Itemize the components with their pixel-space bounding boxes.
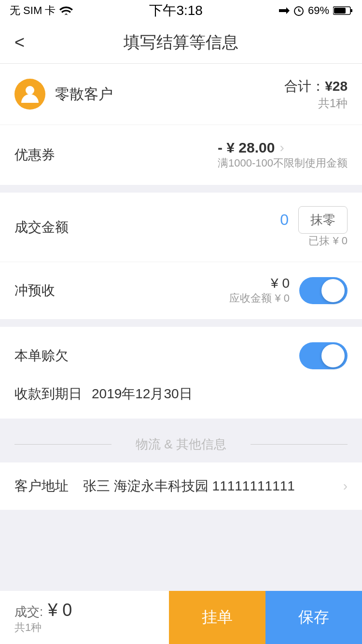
logistics-label: 物流 & 其他信息 [136, 436, 226, 453]
bottom-deal-label: 成交: [14, 603, 43, 620]
offset-sub: 应收金额 ¥ 0 [229, 291, 290, 306]
offset-row: 冲预收 ¥ 0 应收金额 ¥ 0 [0, 262, 362, 319]
chevron-right-icon: › [279, 140, 284, 155]
debt-row: 本单赊欠 [0, 327, 362, 385]
page-title: 填写结算等信息 [124, 31, 238, 54]
divider-line-right [251, 444, 348, 445]
transaction-sub: 已抹 ¥ 0 [280, 234, 348, 248]
total-label: 合计： [284, 79, 325, 94]
svg-rect-5 [350, 9, 352, 12]
svg-marker-0 [279, 7, 290, 14]
total-amount: ¥28 [325, 79, 348, 94]
offset-right: ¥ 0 应收金额 ¥ 0 [229, 276, 348, 306]
pending-button[interactable]: 挂单 [169, 591, 265, 644]
debt-label: 本单赊欠 [14, 347, 69, 365]
content-area: 零散客户 合计：¥28 共1种 优惠券 - ¥ 28.00 › 满1000-10… [0, 64, 362, 580]
total-display: 合计：¥28 [284, 77, 348, 96]
transaction-label: 成交金额 [14, 218, 69, 237]
transaction-row: 成交金额 0 抹零 已抹 ¥ 0 [0, 193, 362, 262]
transaction-value-area: 0 抹零 已抹 ¥ 0 [280, 206, 348, 248]
location-icon [279, 5, 290, 16]
due-date-row: 收款到期日 2019年12月30日 [0, 385, 362, 419]
status-bar-right: 69% [279, 4, 352, 17]
round-zero-button[interactable]: 抹零 [298, 206, 348, 234]
debt-toggle[interactable] [299, 342, 348, 369]
address-value: 张三 海淀永丰科技园 11111111111 [83, 477, 343, 495]
coupon-row[interactable]: 优惠券 - ¥ 28.00 › 满1000-100不限制使用金额 [0, 125, 362, 185]
save-button[interactable]: 保存 [265, 591, 362, 644]
customer-row: 零散客户 合计：¥28 共1种 [0, 64, 362, 125]
coupon-amount: - ¥ 28.00 [218, 140, 275, 156]
address-label: 客户地址 [14, 477, 69, 495]
logistics-divider: 物流 & 其他信息 [0, 426, 362, 462]
nav-bar: < 填写结算等信息 [0, 21, 362, 64]
address-chevron-icon: › [343, 478, 348, 494]
customer-section: 零散客户 合计：¥28 共1种 优惠券 - ¥ 28.00 › 满1000-10… [0, 64, 362, 185]
bottom-info: 成交: ¥ 0 共1种 [0, 600, 169, 635]
back-button[interactable]: < [14, 32, 25, 53]
alarm-icon [293, 5, 304, 16]
transaction-right: 0 抹零 [280, 206, 348, 234]
debt-section: 本单赊欠 收款到期日 2019年12月30日 [0, 327, 362, 419]
address-row[interactable]: 客户地址 张三 海淀永丰科技园 11111111111 › [0, 462, 362, 510]
transaction-section: 成交金额 0 抹零 已抹 ¥ 0 冲预收 ¥ 0 应收金额 ¥ 0 [0, 193, 362, 319]
bottom-bar: 成交: ¥ 0 共1种 挂单 保存 [0, 591, 362, 644]
address-section: 客户地址 张三 海淀永丰科技园 11111111111 › [0, 462, 362, 510]
offset-value-col: ¥ 0 应收金额 ¥ 0 [229, 276, 290, 306]
coupon-desc: 满1000-100不限制使用金额 [218, 156, 348, 170]
battery-percent: 69% [308, 4, 329, 17]
offset-label: 冲预收 [14, 281, 55, 300]
offset-value: ¥ 0 [229, 276, 290, 291]
customer-right: 合计：¥28 共1种 [284, 77, 348, 111]
divider-line-left [14, 444, 111, 445]
wifi-icon [59, 5, 73, 16]
status-bar-time: 下午3:18 [149, 1, 203, 20]
sim-status: 无 SIM 卡 [10, 3, 56, 18]
svg-rect-6 [334, 8, 346, 14]
offset-toggle[interactable] [299, 277, 348, 304]
customer-left: 零散客户 [14, 79, 113, 110]
svg-point-7 [26, 86, 34, 95]
due-date-value: 2019年12月30日 [92, 385, 193, 403]
bottom-amount: ¥ 0 [48, 600, 72, 620]
status-bar: 无 SIM 卡 下午3:18 69% [0, 0, 362, 21]
customer-name: 零散客户 [55, 84, 113, 104]
debt-toggle-knob [321, 344, 345, 367]
coupon-info: - ¥ 28.00 › 满1000-100不限制使用金额 [218, 140, 348, 170]
person-icon [19, 84, 41, 105]
due-date-label: 收款到期日 [14, 385, 82, 403]
status-bar-left: 无 SIM 卡 [10, 3, 73, 18]
bottom-count: 共1种 [14, 620, 154, 635]
toggle-knob [321, 279, 345, 302]
battery-icon [333, 6, 352, 15]
customer-avatar [14, 79, 45, 110]
transaction-value: 0 [280, 211, 289, 229]
coupon-label: 优惠券 [14, 146, 55, 164]
total-count: 共1种 [284, 96, 348, 111]
